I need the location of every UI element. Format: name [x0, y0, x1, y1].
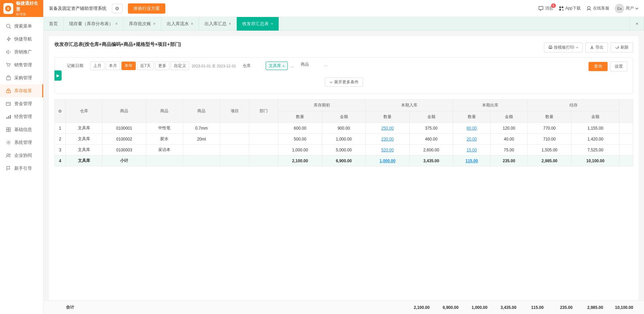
user-menu[interactable]: Ea 用户 [615, 4, 639, 13]
refresh-btn[interactable]: 刷新 [611, 43, 633, 52]
system-title: 装备及固定资产辅助管理系统 [49, 5, 106, 12]
row-warehouse-2: 文具库 [66, 134, 102, 145]
sidebar-item-ops[interactable]: 经营管理 [0, 110, 43, 123]
row-num-2: 2 [55, 134, 66, 145]
date-btn-this-month[interactable]: 本月 [106, 62, 120, 70]
tab-close-inventory-dist[interactable]: × [115, 21, 118, 26]
avatar: Ea [615, 4, 624, 13]
subtotal-out-qty[interactable]: 115.00 [453, 155, 491, 166]
warehouse-more-btn[interactable]: ... [291, 64, 294, 68]
message-btn[interactable]: 消息 6 [538, 5, 553, 11]
tab-bar: 首页 现存量（库存分布表） × 库存批次账 × 出入库流水 × 出入库汇总 × … [44, 17, 644, 31]
svg-rect-22 [559, 6, 561, 8]
row-spec-1: 0.7mm [183, 123, 220, 134]
tab-close-in-out-flow[interactable]: × [191, 21, 193, 26]
svg-point-20 [9, 154, 11, 155]
header-actions: 消息 6 App下载 在线客服 Ea 用户 [538, 4, 639, 13]
tab-in-out-summary[interactable]: 出入库汇总 × [199, 17, 237, 31]
online-service-btn[interactable]: 在线客服 [586, 5, 609, 11]
sidebar-item-collab[interactable]: 企业协同 [0, 149, 43, 162]
settings-btn[interactable]: 设置 [610, 62, 627, 71]
tab-receive-send-summary[interactable]: 收发存汇总表 × [237, 17, 279, 31]
row-out-amt-3: 75.00 [490, 145, 528, 155]
row-extra-2 [620, 134, 633, 145]
sidebar-item-base[interactable]: 基础信息 [0, 123, 43, 136]
date-btn-last-month[interactable]: 上月 [90, 62, 104, 70]
tab-home[interactable]: 首页 [44, 17, 64, 31]
total-closing-qty: 2,985.00 [581, 305, 610, 310]
row-num-1: 1 [55, 123, 66, 134]
goods-more-btn[interactable]: ... [324, 62, 327, 67]
closing-group-header: 结存 [528, 100, 620, 111]
query-btn[interactable]: 查询 [589, 62, 608, 71]
sidebar-item-finance[interactable]: 资金管理 [0, 97, 43, 110]
row-opening-amt-1: 900.00 [322, 123, 366, 134]
bottom-total-bar: 合计 2,100.00 6,900.00 1,000.00 3,435.00 1… [44, 300, 644, 314]
table-row: 1 文具库 0100001 中性笔 0.7mm 600.00 900.00 25… [55, 123, 633, 134]
svg-rect-23 [562, 6, 563, 8]
export-icon [590, 45, 594, 49]
bag-icon [5, 75, 12, 81]
warehouse-tag-remove[interactable]: × [282, 64, 284, 68]
app-download-btn[interactable]: App下载 [559, 5, 581, 11]
dept-col-header: 部门 [249, 100, 278, 123]
row-out-qty-1[interactable]: 80.00 [453, 123, 491, 134]
sidebar-item-search[interactable]: 搜索菜单 [0, 20, 43, 33]
filter-expand-btn[interactable]: ▶ [54, 70, 62, 81]
row-out-qty-2[interactable]: 20.00 [453, 134, 491, 145]
export-btn[interactable]: 导出 [585, 43, 608, 52]
row-in-qty-2[interactable]: 230.00 [366, 134, 410, 145]
row-closing-amt-1: 1,155.00 [571, 123, 619, 134]
svg-rect-12 [8, 116, 9, 119]
row-out-qty-3[interactable]: 15.00 [453, 145, 491, 155]
row-in-qty-1[interactable]: 250.00 [366, 123, 410, 134]
warehouse-tag[interactable]: 文具库 × [266, 62, 287, 70]
row-project-1 [220, 123, 249, 134]
date-btn-custom[interactable]: 自定义 [171, 62, 189, 70]
chevron-down-icon [576, 47, 578, 48]
settings-col-header[interactable]: ⚙ [55, 100, 66, 123]
tab-close-in-out-summary[interactable]: × [229, 21, 231, 26]
tab-in-out-flow[interactable]: 出入库流水 × [161, 17, 199, 31]
subtotal-in-qty[interactable]: 1,000.00 [366, 155, 410, 166]
tab-close-batch-ledger[interactable]: × [153, 21, 155, 26]
refresh-icon [615, 45, 619, 49]
sidebar-item-purchase[interactable]: 采购管理 [0, 71, 43, 84]
tab-batch-ledger[interactable]: 库存批次账 × [123, 17, 161, 31]
date-btn-7days[interactable]: 近7天 [137, 62, 154, 70]
sidebar-item-marketing[interactable]: 营销推广 [0, 46, 43, 59]
date-btn-this-year[interactable]: 本年 [121, 62, 136, 70]
sidebar-item-sales[interactable]: 销售管理 [0, 59, 43, 71]
experience-btn[interactable]: 体验行业方案 [128, 3, 165, 14]
top-header: 装备及固定资产辅助管理系统 ⚙ 体验行业方案 消息 6 App下载 在线客服 E… [44, 0, 644, 17]
print-btn[interactable]: 按模板打印 [544, 43, 583, 52]
svg-point-18 [8, 142, 10, 144]
gear-settings-btn[interactable]: ⚙ [112, 4, 122, 13]
date-btn-more[interactable]: 更多 [155, 62, 169, 70]
row-code-1: 0100001 [102, 123, 146, 134]
row-warehouse-3: 文具库 [66, 145, 102, 155]
svg-rect-24 [559, 9, 561, 11]
sidebar-item-quick-nav[interactable]: 快捷导航 [0, 33, 43, 46]
sidebar: 6 畅捷通好生意 标准版 搜索菜单 快捷导航 营销推广 [0, 0, 44, 314]
svg-text:6: 6 [7, 6, 9, 11]
tab-close-receive-send[interactable]: × [271, 21, 273, 26]
row-in-qty-3[interactable]: 520.00 [366, 145, 410, 155]
in-group-header: 本期入库 [366, 100, 453, 111]
box-icon [5, 88, 12, 94]
tab-close-all[interactable]: × [630, 17, 644, 31]
table-row: 3 文具库 0100003 采访本 1,000.00 5,000.00 520.… [55, 145, 633, 155]
row-code-3: 0100003 [102, 145, 146, 155]
svg-point-4 [7, 66, 8, 67]
subtotal-opening-qty: 2,100.00 [278, 155, 322, 166]
tab-inventory-dist[interactable]: 现存量（库存分布表） × [64, 17, 123, 31]
sidebar-item-system[interactable]: 系统管理 [0, 136, 43, 149]
sidebar-item-newbie[interactable]: 新手引导 [0, 162, 43, 175]
subtotal-in-amt: 3,435.00 [409, 155, 453, 166]
expand-conditions-btn[interactable]: 展开更多条件 [325, 78, 363, 87]
filter-area: ▶ 记账日期 上月 本月 本年 近7天 更多 自定义 2023-01-01 至 … [54, 57, 633, 94]
sidebar-item-inventory[interactable]: 库存核算 [0, 84, 43, 97]
page-container: 收发存汇总表(按仓库+商品编码+商品+规格型号+项目+部门) 按模板打印 导出 … [49, 36, 639, 301]
row-out-amt-2: 40.00 [490, 134, 528, 145]
subtotal-empty1 [146, 155, 183, 166]
